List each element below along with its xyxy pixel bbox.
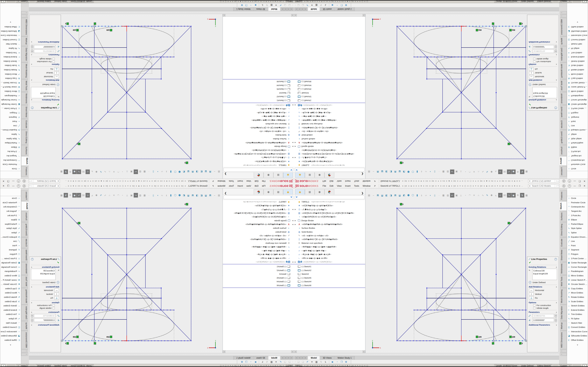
sketch-point[interactable]	[486, 341, 486, 341]
sketch-point[interactable]	[91, 92, 92, 93]
sketch-point[interactable]	[146, 57, 147, 58]
menu-item-move-entities[interactable]: ↗Move Entities	[0, 72, 21, 76]
menu-item-line[interactable]: ╱Line	[567, 239, 588, 243]
flyout-arrow-icon[interactable]: ❯	[361, 173, 363, 175]
search-box[interactable]: ◈ ○ ▾	[528, 184, 559, 188]
sketch-point[interactable]	[144, 26, 145, 27]
sketch-point[interactable]	[372, 347, 373, 349]
relation-list-item[interactable]: Equal length109	[533, 92, 556, 95]
expand-arrow-icon[interactable]: ▶	[295, 261, 297, 263]
tree-item[interactable]: ▱○·◉✜○✾◉[○◎○]◉✾○✜◉·○	[223, 115, 294, 118]
sketch-point[interactable]	[62, 57, 62, 58]
sketch-point[interactable]	[468, 57, 469, 58]
sketch-point[interactable]	[82, 57, 83, 58]
sketch-point[interactable]	[465, 310, 466, 310]
sketch-point[interactable]	[119, 310, 120, 310]
search-dropdown-icon[interactable]: ▾	[30, 180, 30, 182]
sketch-point[interactable]	[154, 26, 155, 27]
sketch-point[interactable]	[171, 26, 172, 27]
sketch-point[interactable]	[461, 254, 462, 255]
infinite-length-checkbox[interactable]	[533, 307, 535, 309]
menu-item-circle[interactable]: ○Circle	[0, 196, 21, 200]
sketch-point[interactable]	[161, 68, 162, 69]
format-tool-icon[interactable]: ⇅	[319, 3, 323, 7]
sketch-point[interactable]	[85, 57, 86, 58]
tree-item[interactable]: ▶Design Binder	[294, 144, 365, 148]
sketch-point[interactable]	[161, 287, 162, 289]
search-box[interactable]: ◈ ○ ▾	[29, 179, 60, 183]
sketch-point[interactable]	[161, 128, 162, 129]
tree-item[interactable]: (-) Sketch4	[294, 280, 365, 284]
sketch-point[interactable]	[496, 274, 497, 275]
sketch-point[interactable]	[502, 341, 503, 341]
tree-item[interactable]: (-) Sketch2	[223, 268, 294, 272]
sketch-point[interactable]	[161, 298, 162, 299]
tab-sketch[interactable]: Sketch	[21, 156, 28, 166]
sketch-point[interactable]	[446, 26, 447, 27]
tree-item[interactable]: ∟○ИN◦ɔe◦♟◉○◎○◉♟◦ɔe◦ИN○	[223, 107, 294, 111]
tree-item[interactable]: Sketch3	[223, 91, 294, 95]
settings-tool-icon[interactable]: ◙	[330, 3, 335, 7]
tree-item[interactable]: (-) Sketch1	[223, 99, 294, 102]
sketch-point[interactable]	[499, 341, 500, 341]
relation-list-item[interactable]: Collinear108	[533, 269, 556, 272]
doc-tab-model[interactable]: Model	[268, 356, 280, 360]
sketch-point[interactable]	[437, 57, 438, 58]
sketch-point[interactable]	[426, 287, 427, 289]
sketch-point[interactable]	[126, 112, 127, 113]
tree-item[interactable]: ▶Design Binder	[294, 219, 365, 223]
display-tab[interactable]	[324, 189, 334, 194]
menu-item-convert-entities[interactable]: ◱Convert Entities	[0, 38, 21, 42]
sketch-point[interactable]	[82, 310, 83, 310]
sketch-point[interactable]	[410, 341, 411, 341]
sketch-point[interactable]	[184, 341, 185, 341]
sketch-point[interactable]	[112, 26, 112, 27]
sketch-point[interactable]	[512, 341, 513, 341]
menu-window[interactable]: Window	[361, 185, 372, 187]
restore-button[interactable]: ❐	[6, 184, 11, 187]
tree-item[interactable]: ∟○ИN◦ɔe◦♟◉○◎○◉♟◦ɔe◦ИN○	[294, 107, 365, 111]
sketch-point[interactable]	[396, 158, 398, 159]
sketch-point[interactable]	[65, 57, 66, 58]
relation-badge[interactable]: ╱3	[185, 203, 188, 205]
tab-sheet-metal[interactable]: Sheet Metal	[21, 248, 28, 262]
sketch-point[interactable]	[424, 310, 425, 310]
sketch-point[interactable]	[91, 274, 92, 275]
sketch-point[interactable]	[451, 310, 452, 310]
menu-edit[interactable]: Edit	[253, 185, 260, 187]
menu-item-offset-entities[interactable]: ⊏Offset Entities	[567, 338, 588, 342]
parameters-header[interactable]: Parameters∧	[529, 54, 557, 56]
fix-relation-button[interactable]: ⚓	[54, 296, 59, 300]
tab-sketch[interactable]: Sketch	[560, 156, 567, 166]
settings-tool-icon[interactable]: ❒	[244, 360, 249, 364]
relation-badge[interactable]: ╱	[492, 342, 494, 344]
spin-down-icon[interactable]: ▾	[31, 316, 33, 317]
search-input[interactable]	[33, 184, 57, 187]
relation-badge[interactable]: ╱3	[77, 143, 80, 145]
panel-help-icon[interactable]: ?	[31, 107, 34, 109]
sketch-point[interactable]	[426, 238, 427, 239]
menu-item-copy-entities[interactable]: ⧉Copy Entities	[567, 286, 588, 291]
menu-item-equation-driven-curve[interactable]: ƒxEquation Driven Curve	[567, 128, 588, 132]
sketch-point[interactable]	[167, 310, 168, 310]
sketch-point[interactable]	[126, 208, 127, 209]
sketch-point[interactable]	[433, 341, 434, 341]
tab-weldments[interactable]: Weldments	[560, 262, 567, 275]
sketch-point[interactable]	[372, 19, 373, 20]
sketch-point[interactable]	[469, 26, 470, 27]
sketch-point[interactable]	[65, 341, 66, 341]
sketch-point[interactable]	[461, 158, 462, 159]
sketch-point[interactable]	[109, 57, 110, 58]
sketch-point[interactable]	[441, 310, 442, 310]
menu-item-copy-entities[interactable]: ⧉Copy Entities	[567, 76, 588, 81]
tree-item[interactable]: ▥○ƨS✜ƷЄƨS○ИN◉✜ƆCƷЄUƷЄƨS○◎○ƨSƷЄUƷЄƆC✜◉ИN○	[223, 211, 294, 215]
toolbar-grip[interactable]: ⁞	[295, 4, 295, 6]
menu-item-equation-driven-curve[interactable]: ƒxEquation Driven Curve	[0, 235, 21, 239]
menu-item-mirror-entities[interactable]: ◫Mirror Entities	[0, 274, 21, 278]
sketch-point[interactable]	[426, 26, 427, 27]
sketch-point[interactable]	[478, 310, 479, 310]
sketch-point[interactable]	[191, 26, 192, 27]
settings-tool-icon[interactable]: ◔	[249, 360, 253, 364]
menu-item-perimeter-circle[interactable]: ◌Perimeter Circle	[0, 200, 21, 205]
sketch-point[interactable]	[519, 341, 519, 341]
